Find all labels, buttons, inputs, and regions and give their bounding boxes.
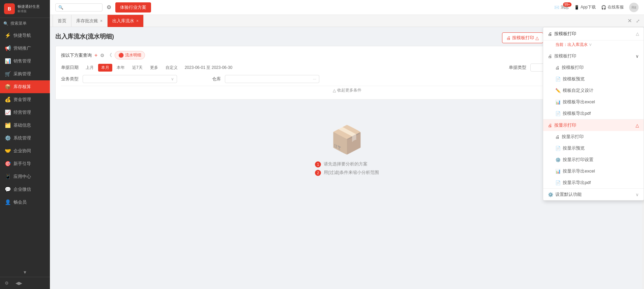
sidebar-search[interactable]: 🔍 搜索菜单 [0,18,50,29]
sidebar: B 畅捷通好生意 标准版 🔍 搜索菜单 ⚡ 快捷导航 📢 营销推广 📊 销售管理… [0,0,50,289]
header-messages[interactable]: ✉️ 消息 99+ [554,4,569,10]
sales-icon: 📊 [5,58,11,64]
sidebar-bottom: ⚙ ◀▶ [0,277,50,289]
date-pill-7days[interactable]: 近7天 [129,64,146,72]
header-search[interactable]: 🔍 [55,3,103,11]
template-print-dropdown: 🖨 按模板打印 △ 当前：出入库流水 ∨ 🖨 按模板打印 ∨ 🖨 [543,27,644,201]
sidebar-item-basics[interactable]: 🗂️ 基础信息 [0,119,50,132]
dropdown-display-export-excel[interactable]: 📊 按显示导出excel [543,165,644,177]
avatar[interactable]: Rit [629,3,639,12]
filter-tag-icon: 🔴 [118,53,124,58]
date-pill-this-month[interactable]: 本月 [98,64,112,72]
sidebar-item-operations[interactable]: 📈 经营管理 [0,106,50,119]
template-print-button[interactable]: 🖨 按模板打印 △ [502,32,543,43]
template-print-label: 按模板打印 [512,35,534,41]
sidebar-item-label: 企业微信 [13,186,31,192]
disp-excel-label: 按显示导出excel [563,168,595,174]
tab-home[interactable]: 首页 [53,15,71,27]
trial-button[interactable]: 体验行业方案 [115,2,151,12]
dropdown-display-print-settings[interactable]: ⚙️ 按显示打印设置 [543,154,644,165]
sidebar-item-newcomer[interactable]: 🎯 新手引导 [0,157,50,170]
sidebar-item-label: 畅会员 [13,199,27,205]
sidebar-item-inventory[interactable]: 📦 库存核算 [0,80,50,93]
message-badge: 99+ [563,2,572,7]
close-all-tabs-icon[interactable]: ✕ [626,16,633,25]
operations-icon: 📈 [5,109,11,115]
date-pill-last-month[interactable]: 上月 [83,64,97,72]
settings-icon[interactable]: ⚙ [5,281,9,286]
tab-batch-account-close[interactable]: × [100,19,103,23]
maximize-tab-icon[interactable]: ⤢ [635,17,641,25]
header-online-service[interactable]: 🎧 在线客服 [601,4,624,10]
sidebar-item-app-center[interactable]: 📱 应用中心 [0,170,50,183]
dropdown-template-export-excel[interactable]: 📊 按模板导出excel [543,96,644,108]
empty-step-2: 2 用[过滤]条件来缩小分析范围 [315,169,379,176]
sidebar-item-system[interactable]: ⚙️ 系统管理 [0,132,50,144]
display-print-section-header[interactable]: 🖨 按显示打印 △ [543,120,644,131]
dropdown-template-preview[interactable]: 📄 按模板预览 [543,73,644,85]
date-label: 单据日期 [61,64,79,71]
tab-inout-flow-label: 出入库流水 [112,18,134,24]
sidebar-item-collab[interactable]: 🤝 企业协同 [0,144,50,157]
tpl-print-label: 按模板打印 [562,64,584,71]
collapse-up-icon: △ [333,88,336,93]
sidebar-item-sales[interactable]: 📊 销售管理 [0,55,50,68]
app-center-icon: 📱 [5,174,11,180]
dropdown-display-preview[interactable]: 📄 按显示预览 [543,142,644,154]
template-print-section: 🖨 按模板打印 ∨ 🖨 按模板打印 📄 按模板预览 ✏️ 模板自定义设计 [543,50,644,120]
phone-icon: 📱 [574,5,579,10]
sidebar-item-member[interactable]: 👤 畅会员 [0,196,50,209]
sidebar-item-label: 系统管理 [13,135,31,141]
sidebar-nav: ⚡ 快捷导航 📢 营销推广 📊 销售管理 🛒 采购管理 📦 库存核算 💰 资金管… [0,29,50,268]
template-print-section-header[interactable]: 🖨 按模板打印 ∨ [543,50,644,62]
dropdown-display-print[interactable]: 🖨 按显示打印 [543,131,644,142]
tpl-preview-label: 按模板预览 [563,76,585,82]
filter-collapse-icon[interactable]: 《 [107,52,112,58]
display-section-arrow: △ [636,123,639,128]
header-app-download[interactable]: 📱 App下载 [574,4,596,10]
set-default-arrow: ∨ [636,192,639,197]
logo-area: B 畅捷通好生意 标准版 [0,0,50,18]
avatar-text: Rit [632,5,636,9]
filter-settings-icon[interactable]: ⚙ [100,53,105,58]
empty-icon: 📦 [330,124,364,156]
header-right: ✉️ 消息 99+ 📱 App下载 🎧 在线客服 Rit [554,3,639,12]
header-search-icon: 🔍 [58,5,63,10]
date-pill-more[interactable]: 更多 [147,64,161,72]
dropdown-set-default[interactable]: ⚙️ 设置默认功能 ∨ [543,189,644,200]
tab-batch-account[interactable]: 库存批次账 × [71,15,108,27]
date-pill-custom[interactable]: 自定义 [163,64,181,72]
dropdown-collapse-btn[interactable]: △ [636,31,639,36]
sidebar-scroll-down[interactable]: ▼ [0,268,50,277]
business-type-select[interactable]: ∨ [83,75,177,83]
sidebar-item-marketing[interactable]: 📢 营销推广 [0,42,50,55]
tpl-pdf-icon: 📄 [555,111,561,116]
filter-add-icon[interactable]: + [94,52,97,58]
dropdown-template-custom-design[interactable]: ✏️ 模板自定义设计 [543,85,644,96]
dropdown-template-export-pdf[interactable]: 📄 按模板导出pdf [543,108,644,119]
header-gear-icon[interactable]: ⚙ [107,4,111,10]
disp-pdf-icon: 📄 [555,180,561,185]
purchase-icon: 🛒 [5,71,11,77]
dropdown-display-export-pdf[interactable]: 📄 按显示导出pdf [543,177,644,188]
sidebar-item-label: 快捷导航 [13,32,31,38]
filter-section-label: 按以下方案查询 [61,52,92,58]
sidebar-item-finance[interactable]: 💰 资金管理 [0,93,50,106]
business-chevron-icon: ∨ [171,77,174,81]
display-section-icon: 🖨 [548,123,552,128]
step-1-text: 请先选择要分析的方案 [324,161,368,167]
date-pill-this-year[interactable]: 本年 [114,64,128,72]
sidebar-item-label: 应用中心 [13,174,31,180]
sidebar-item-purchase[interactable]: 🛒 采购管理 [0,68,50,80]
dropdown-template-print[interactable]: 🖨 按模板打印 [543,62,644,73]
tab-inout-flow[interactable]: 出入库流水 × [108,15,144,27]
tpl-design-icon: ✏️ [555,88,561,93]
wechat-icon: 💬 [5,186,11,192]
sidebar-item-quick-nav[interactable]: ⚡ 快捷导航 [0,29,50,42]
sidebar-item-wechat[interactable]: 💬 企业微信 [0,183,50,196]
collapse-sidebar-icon[interactable]: ◀▶ [16,281,22,286]
display-section-label: 按显示打印 [554,122,576,128]
disp-settings-icon: ⚙️ [555,157,561,162]
warehouse-select[interactable]: ··· [225,75,319,83]
tab-inout-flow-close[interactable]: × [136,19,139,23]
